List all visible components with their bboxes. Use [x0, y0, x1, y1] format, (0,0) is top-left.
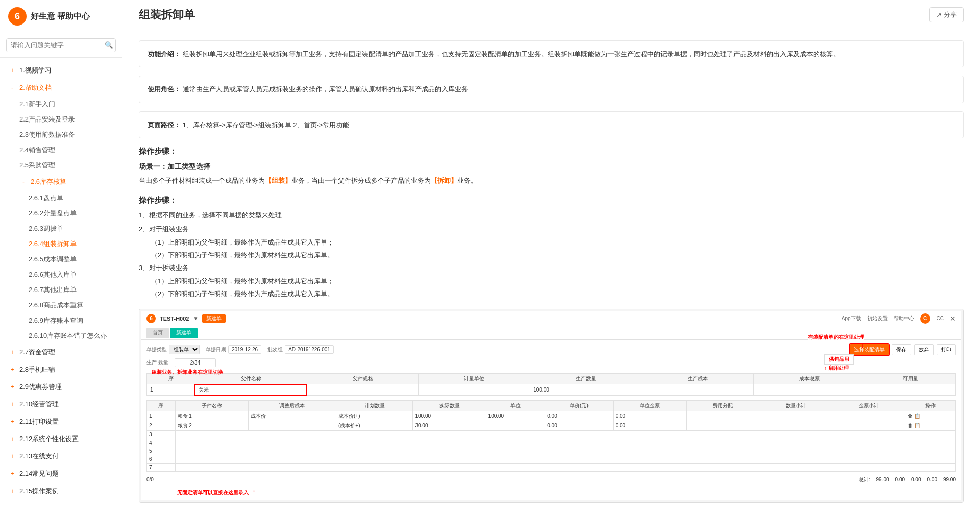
step2: 2、对于组装业务 — [139, 223, 964, 236]
share-button[interactable]: ↗ 分享 — [929, 7, 964, 22]
th-parent-spec: 父件规格 — [307, 373, 419, 384]
numbered-list: 1、根据不同的业务，选择不同单据的类型来处理 2、对于组装业务 （1）上部明细为… — [139, 209, 964, 301]
sub-td-amt-sub-1 — [832, 411, 905, 421]
sidebar-label-2-6: 2.6库存核算 — [31, 177, 66, 186]
td-avail-1 — [865, 384, 956, 396]
sidebar-item-2-8[interactable]: + 2.8手机旺辅 — [0, 361, 122, 378]
sidebar-item-2-5[interactable]: 2.5采购管理 — [0, 158, 122, 173]
ui-total-5: 99.00 — [943, 477, 956, 482]
ui-print-btn[interactable]: 打印 — [937, 344, 956, 355]
ui-qty-value[interactable]: 2/34 — [175, 358, 216, 367]
expand-icon-2-10: + — [8, 400, 16, 408]
sub-td-empty-4 — [175, 439, 956, 447]
sidebar-item-2-6-7[interactable]: 2.6.7其他出库单 — [0, 282, 122, 298]
ui-tab-active[interactable]: 新建单 — [170, 328, 198, 338]
sidebar-item-2-6-8[interactable]: 2.6.8商品成本重算 — [0, 298, 122, 313]
expand-icon-2-14: + — [8, 470, 16, 478]
sidebar-item-2-6-4[interactable]: 2.6.4组装拆卸单 — [0, 236, 122, 252]
sidebar-item-2-6-9[interactable]: 2.6.9库存账本查询 — [0, 313, 122, 328]
share-icon: ↗ — [936, 11, 942, 19]
sidebar-item-2-10[interactable]: + 2.10经营管理 — [0, 396, 122, 413]
step3-sub1: （1）上部明细为父件明细，最终作为原材料生成其它出库单； — [151, 275, 964, 288]
sidebar-item-2-2[interactable]: 2.2产品安装及登录 — [0, 112, 122, 127]
th-prod-cost: 生产成本 — [642, 373, 753, 384]
ui-username: CC — [937, 315, 944, 321]
expand-icon-2-7: + — [8, 348, 16, 356]
sub-td-amt-2: 0.00 — [613, 421, 686, 430]
sidebar-item-2-12[interactable]: + 2.12系统个性化设置 — [0, 430, 122, 448]
ui-date-label: 单据日期 — [206, 346, 226, 353]
sidebar-label-2-7: 2.7资金管理 — [19, 348, 55, 357]
expand-icon-2-9: + — [8, 383, 16, 391]
ui-app-store: App下载 — [842, 315, 861, 322]
sub-th-seq: 序 — [147, 400, 176, 411]
sidebar-item-2-3[interactable]: 2.3使用前数据准备 — [0, 127, 122, 142]
sub-td-op-2[interactable]: 🗑 📋 — [905, 421, 956, 430]
steps-title: 操作步骤： — [139, 147, 964, 156]
sidebar-item-2-7[interactable]: + 2.7资金管理 — [0, 344, 122, 361]
annotation-2-text: 组装业务、拆卸业务在这里切换 — [152, 369, 223, 376]
ui-total-2: 0.00 — [895, 477, 905, 482]
ui-titlebar-right: App下载 初始设置 帮助中心 C CC ✕ — [842, 313, 956, 324]
td-parent-name-1[interactable]: 关米 — [195, 384, 307, 396]
ui-parent-table-wrap: 序 父件名称 父件规格 计量单位 生产数量 生产成本 成本总额 可用量 — [141, 373, 961, 398]
sidebar-item-2-6-3[interactable]: 2.6.3调拨单 — [0, 221, 122, 236]
highlight-assemble: 【组装】 — [265, 177, 291, 184]
ui-batch-field: 批次组 AD-20191226-001 — [267, 345, 334, 354]
table-row-child-1: 1 粮食 1 成本价 成本价(+) 100.00 100.00 0.00 0.0… — [147, 411, 956, 421]
ui-new-btn[interactable]: 新建单 — [202, 314, 226, 323]
ui-titlebar-left: 6 TEST-H002 ▼ 新建单 — [146, 314, 226, 323]
sidebar-item-2-6-6[interactable]: 2.6.6其他入库单 — [0, 267, 122, 282]
sidebar-item-docs[interactable]: - 2.帮助文档 — [0, 79, 122, 96]
ui-pagination: 0/0 — [146, 477, 154, 482]
sub-td-actual-2: 30.00 — [413, 421, 486, 430]
sub-td-seq-7: 7 — [147, 463, 176, 471]
path-label: 页面路径： — [148, 121, 181, 129]
search-button[interactable]: 🔍 — [101, 39, 116, 52]
ui-save-btn[interactable]: 保存 — [892, 344, 911, 355]
sidebar-item-videos[interactable]: + 1.视频学习 — [0, 62, 122, 79]
ui-tab-home[interactable]: 首页 — [146, 328, 169, 338]
step1: 1、根据不同的业务，选择不同单据的类型来处理 — [139, 209, 964, 222]
ui-cancel-btn[interactable]: 放弃 — [914, 344, 934, 355]
ui-batch-label: 批次组 — [267, 346, 283, 353]
sub-td-op-1[interactable]: 🗑 📋 — [905, 411, 956, 421]
td-unit-1 — [419, 384, 530, 396]
sub-td-unit-1: 100.00 — [486, 411, 545, 421]
main-content: 组装拆卸单 ↗ 分享 功能介绍： 组装拆卸单用来处理企业组装或拆卸等加工业务，支… — [122, 0, 980, 510]
sidebar-item-2-6-10[interactable]: 2.6.10库存账本错了怎么办 — [0, 328, 122, 344]
sidebar-item-2-9[interactable]: + 2.9优惠券管理 — [0, 378, 122, 396]
sidebar-item-2-6-5[interactable]: 2.6.5成本调整单 — [0, 252, 122, 267]
search-input[interactable] — [7, 39, 101, 52]
sidebar-label-2-9: 2.9优惠券管理 — [19, 382, 62, 392]
expand-icon-docs: - — [8, 84, 16, 92]
step2-subs: （1）上部明细为父件明细，最终作为产成品生成其它入库单； （2）下部明细为子件明… — [151, 236, 964, 261]
ui-close-icon[interactable]: ✕ — [950, 314, 956, 323]
sidebar-item-2-6-1[interactable]: 2.6.1盘点单 — [0, 190, 122, 206]
ui-type-select[interactable]: 组装单 拆卸单 — [169, 345, 200, 354]
sub-th-op: 操作 — [905, 400, 956, 411]
expand-icon-videos: + — [8, 66, 16, 75]
sidebar-item-2-1[interactable]: 2.1新手入门 — [0, 96, 122, 112]
sidebar-item-2-6[interactable]: - 2.6库存核算 — [0, 173, 122, 190]
sidebar-item-2-4[interactable]: 2.4销售管理 — [0, 142, 122, 158]
sidebar-item-2-6-2[interactable]: 2.6.2分量盘点单 — [0, 206, 122, 221]
sidebar-label-videos: 1.视频学习 — [19, 66, 52, 75]
ui-activate-input[interactable]: 供销品用 — [824, 354, 854, 365]
sidebar-item-2-15[interactable]: + 2.15操作案例 — [0, 482, 122, 500]
sidebar-item-2-14[interactable]: + 2.14常见问题 — [0, 465, 122, 482]
path-block: 页面路径： 1、库存核算->库存管理->组装拆卸单 2、首页->常用功能 — [139, 111, 964, 138]
sub-th-adj-cost: 调整后成本 — [248, 400, 336, 411]
ui-total-label: 总计: — [859, 476, 870, 483]
sub-td-seq-5: 5 — [147, 447, 176, 455]
sub-td-name-1: 粮食 1 — [175, 411, 248, 421]
sidebar-item-2-11[interactable]: + 2.11打印设置 — [0, 413, 122, 430]
sidebar-item-2-13[interactable]: + 2.13在线支付 — [0, 448, 122, 465]
sub-th-name: 子件名称 — [175, 400, 248, 411]
expand-icon-2-13: + — [8, 452, 16, 460]
ui-total-4: 0.00 — [927, 477, 937, 482]
sub-td-adj-1: 成本价 — [248, 411, 336, 421]
screenshot-block: 6 TEST-H002 ▼ 新建单 App下载 初始设置 帮助中心 C CC ✕ — [139, 309, 964, 503]
ui-date-value[interactable]: 2019-12-26 — [228, 345, 261, 354]
sidebar-label-2-11: 2.11打印设置 — [19, 417, 59, 426]
